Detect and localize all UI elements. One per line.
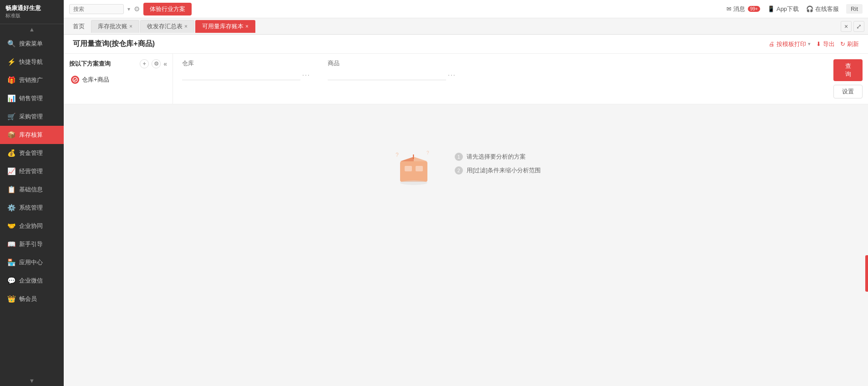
query-actions: 查询 设置 [828,54,868,104]
sidebar-item-inventory[interactable]: 📦 库存核算 [0,126,64,144]
quicknav-icon: ⚡ [7,58,15,66]
tab-label: 可用量库存账本 [202,22,244,31]
app-download-icon: 📱 [767,5,775,12]
sidebar-item-quicknav[interactable]: ⚡ 快捷导航 [0,53,64,71]
query-button[interactable]: 查询 [833,59,863,81]
warehouse-input[interactable] [182,69,300,80]
inventory-icon: 📦 [7,131,15,139]
app-download-label: App下载 [777,5,799,13]
sidebar-item-label: 畅会员 [19,295,37,303]
tab-close-icon[interactable]: × [129,23,132,30]
print-template-button[interactable]: 🖨 按模板打印 ▾ [769,40,811,48]
topbar-search-input[interactable] [69,4,124,14]
guide-icon: 📖 [7,240,15,248]
scheme-icon [71,76,79,84]
tab-home[interactable]: 首页 [67,20,90,33]
edit-scheme-button[interactable]: ⚙ [152,59,161,68]
svg-text:?: ? [396,152,399,158]
svg-rect-1 [400,161,427,182]
sidebar-item-member[interactable]: 👑 畅会员 [0,290,64,308]
sidebar-item-marketing[interactable]: 🎁 营销推广 [0,71,64,89]
collapse-sidebar-button[interactable]: « [163,60,167,67]
query-fields: 仓库 ··· 商品 ··· [173,54,828,104]
refresh-button[interactable]: ↻ 刷新 [840,40,859,48]
topbar-gear-icon[interactable]: ⚙ [134,5,140,13]
management-icon: 📈 [7,167,15,175]
export-button[interactable]: ⬇ 导出 [816,40,835,48]
warehouse-input-group: ··· [182,69,319,80]
page-title: 可用量查询(按仓库+商品) [73,39,155,49]
empty-state: ! ? ? 1 请先选择要分析的方案 2 用[过滤]条件来缩小分析范围 [64,104,868,223]
tab-receive-summary[interactable]: 收发存汇总表 × [140,20,194,33]
sidebar-item-basics[interactable]: 📋 基础信息 [0,180,64,199]
settings-button[interactable]: 设置 [833,85,863,98]
query-sidebar-header: 按以下方案查询 + ⚙ « [64,59,173,72]
goods-label: 商品 [328,59,464,67]
page-header: 可用量查询(按仓库+商品) 🖨 按模板打印 ▾ ⬇ 导出 ↻ 刷新 [64,35,868,54]
sidebar-item-collab[interactable]: 🤝 企业协同 [0,217,64,235]
sidebar-logo: 畅康通好生意 标准版 [0,0,64,24]
sidebar-item-label: 企业微信 [19,277,43,285]
wechat-icon: 💬 [7,277,15,285]
svg-marker-3 [414,157,427,161]
svg-point-7 [400,180,427,185]
goods-input-group: ··· [328,69,464,80]
scheme-item-warehouse-goods[interactable]: 仓库+商品 [64,72,173,87]
topbar-dropdown-arrow[interactable]: ▾ [127,6,130,12]
warehouse-more-button[interactable]: ··· [302,71,310,78]
main-area: ▾ ⚙ 体验行业方案 ✉ 消息 99+ 📱 App下载 🎧 在线客服 Rit 首… [64,0,868,386]
hint-text-1: 请先选择要分析的方案 [467,153,526,161]
message-button[interactable]: ✉ 消息 99+ [726,5,760,13]
sidebar-item-label: 应用中心 [19,258,43,267]
tab-available-inventory[interactable]: 可用量库存账本 × [195,20,255,33]
sidebar-item-purchase[interactable]: 🛒 采购管理 [0,108,64,126]
sidebar-item-label: 基础信息 [19,185,43,194]
sidebar-item-guide[interactable]: 📖 新手引导 [0,235,64,253]
sidebar-item-finance[interactable]: 💰 资金管理 [0,144,64,162]
hint-text-2: 用[过滤]条件来缩小分析范围 [467,166,541,175]
hint-num-2: 2 [455,166,463,175]
empty-hints: 1 请先选择要分析的方案 2 用[过滤]条件来缩小分析范围 [455,153,541,175]
search-icon: 🔍 [7,40,15,48]
print-label: 按模板打印 [777,40,806,48]
sidebar-item-label: 搜索菜单 [19,40,43,48]
print-icon: 🖨 [769,41,775,47]
tab-close-icon[interactable]: × [184,23,188,30]
sidebar-item-management[interactable]: 📈 经营管理 [0,162,64,180]
goods-more-button[interactable]: ··· [448,71,456,78]
user-menu[interactable]: Rit [846,4,863,14]
sidebar-item-search[interactable]: 🔍 搜索菜单 [0,35,64,53]
sidebar-item-appstore[interactable]: 🏪 应用中心 [0,253,64,272]
scheme-label: 按以下方案查询 [69,60,111,68]
tab-close-icon[interactable]: × [245,23,249,30]
query-area: 按以下方案查询 + ⚙ « 仓库+商品 [64,54,868,104]
sidebar-scroll-up[interactable]: ▲ [0,24,64,35]
topbar: ▾ ⚙ 体验行业方案 ✉ 消息 99+ 📱 App下载 🎧 在线客服 Rit [64,0,868,18]
online-service-button[interactable]: 🎧 在线客服 [806,5,839,13]
sidebar-item-label: 库存核算 [19,131,43,139]
sidebar-item-label: 快捷导航 [19,58,43,66]
tab-expand-button[interactable]: ⤢ [853,21,864,32]
message-icon: ✉ [726,5,731,12]
tab-inventory-batch[interactable]: 库存批次账 × [91,20,139,33]
add-scheme-button[interactable]: + [140,59,149,68]
industry-solution-button[interactable]: 体验行业方案 [143,3,192,15]
goods-field: 商品 ··· [328,59,464,80]
tab-close-all-button[interactable]: × [841,21,852,32]
sidebar-item-wechat[interactable]: 💬 企业微信 [0,272,64,290]
sidebar-item-label: 销售管理 [19,94,43,103]
content-area: 可用量查询(按仓库+商品) 🖨 按模板打印 ▾ ⬇ 导出 ↻ 刷新 [64,35,868,386]
app-download-button[interactable]: 📱 App下载 [767,5,799,13]
goods-input[interactable] [328,69,446,80]
svg-marker-2 [400,157,414,161]
svg-text:!: ! [412,153,415,160]
sidebar-item-label: 资金管理 [19,149,43,157]
online-service-label: 在线客服 [815,5,839,13]
appstore-icon: 🏪 [7,258,15,267]
service-icon: 🎧 [806,5,813,12]
sidebar-nav: 🔍 搜索菜单 ⚡ 快捷导航 🎁 营销推广 📊 销售管理 🛒 采购管理 📦 库存核… [0,35,64,376]
sidebar-scroll-down[interactable]: ▼ [0,376,64,386]
sidebar-item-system[interactable]: ⚙️ 系统管理 [0,199,64,217]
basics-icon: 📋 [7,185,15,194]
sidebar-item-sales[interactable]: 📊 销售管理 [0,89,64,108]
